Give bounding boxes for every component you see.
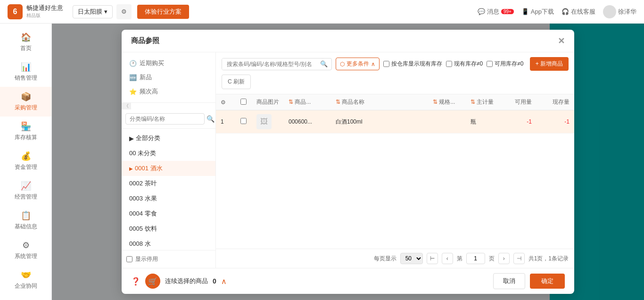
online-service-button[interactable]: 🎧 在线客服 — [561, 8, 595, 16]
sidebar-item-finance[interactable]: 💰 资金管理 — [0, 146, 51, 176]
col-header-code: ⇅ 商品... — [284, 94, 331, 110]
collapse-left-icon: 《 — [124, 103, 129, 109]
cart-collapse-button[interactable]: ∧ — [221, 277, 227, 286]
category-item-unclassified[interactable]: 00 未分类 — [122, 146, 215, 161]
total-info: 共1页，1条记录 — [528, 255, 569, 263]
category-search-button[interactable]: 🔍 — [206, 115, 215, 123]
modal-tabs: 🕐 近期购买 🆕 新品 ⭐ 频次高 — [122, 52, 215, 103]
star-icon: ⭐ — [129, 88, 137, 95]
table-settings-icon[interactable]: ⚙ — [221, 99, 226, 106]
main-layout: 🏠 首页 📊 销售管理 📦 采购管理 🏪 库存核算 💰 资金管理 📈 经营管理 … — [0, 24, 644, 300]
page-label: 第 — [457, 255, 462, 263]
sidebar-label-basic-info: 基础信息 — [15, 223, 37, 231]
available-filter-label[interactable]: 现有库存≠0 — [446, 60, 483, 68]
modal-footer: ❓ 🛒 连续选择的商品 0 ∧ 取消 确定 — [122, 268, 574, 294]
purchase-icon: 📦 — [21, 92, 31, 102]
page-last-button[interactable]: ⊣ — [513, 253, 525, 264]
row-checkbox[interactable] — [240, 118, 247, 124]
product-search-button[interactable]: 🔍 — [316, 60, 331, 67]
product-table-body: 1 🖼 000600... 白酒100ml — [216, 110, 574, 133]
modal-right-panel: 🔍 ⬡ 更多条件 ∧ 按仓库显示现有库存 — [216, 52, 574, 268]
expand-liquor-icon: ▶ — [129, 166, 133, 171]
sidebar-item-home[interactable]: 🏠 首页 — [0, 27, 51, 57]
product-thumbnail: 🖼 — [256, 114, 272, 129]
page-next-button[interactable]: › — [498, 253, 510, 264]
select-all-checkbox[interactable] — [240, 99, 247, 105]
user-avatar[interactable]: 徐泽华 — [603, 5, 636, 18]
help-icon[interactable]: ❓ — [131, 277, 140, 286]
more-filter-button[interactable]: ⬡ 更多条件 ∧ — [336, 58, 380, 70]
cart-button[interactable]: 🛒 — [145, 274, 160, 289]
tab-label-recent: 近期购买 — [140, 59, 164, 67]
sidebar-item-purchase[interactable]: 📦 采购管理 — [0, 87, 51, 117]
sort-icon-code: ⇅ — [289, 99, 293, 105]
add-product-button[interactable]: + 新增商品 — [530, 57, 569, 71]
category-item-snack[interactable]: 0004 零食 — [122, 206, 215, 221]
nav-selector[interactable]: 日太阳膜 ▾ — [73, 5, 113, 18]
sidebar-item-enterprise[interactable]: 🤝 企业协同 — [0, 265, 51, 295]
modal-close-button[interactable]: ✕ — [558, 37, 565, 45]
app-download-button[interactable]: 📱 App下载 — [521, 8, 554, 16]
sort-icon-unit: ⇅ — [471, 99, 475, 105]
col-label-name: 商品名称 — [342, 99, 364, 105]
sidebar-item-inventory[interactable]: 🏪 库存核算 — [0, 117, 51, 146]
tab-new-product[interactable]: 🆕 新品 — [125, 70, 212, 84]
sidebar-label-operations: 经营管理 — [15, 193, 37, 201]
sort-icon-spec: ⇅ — [433, 99, 438, 105]
category-label-water: 0008 水 — [129, 240, 151, 248]
sidebar-item-basic-info[interactable]: 📋 基础信息 — [0, 206, 51, 235]
available-filter-checkbox[interactable] — [446, 61, 452, 67]
refresh-button[interactable]: C 刷新 — [222, 75, 251, 89]
available-filter-text: 现有库存≠0 — [454, 60, 483, 68]
chevron-down-icon: ▾ — [104, 8, 107, 15]
category-item-fruit[interactable]: 0003 水果 — [122, 191, 215, 206]
category-item-all[interactable]: ▶ 全部分类 — [122, 131, 215, 146]
warehouse-filter-checkbox[interactable] — [383, 61, 389, 67]
category-label-tea: 0002 茶叶 — [129, 179, 157, 188]
sidebar-label-purchase: 采购管理 — [15, 104, 37, 112]
sidebar-label-enterprise: 企业协同 — [15, 282, 37, 290]
show-disabled-checkbox[interactable] — [126, 256, 132, 262]
tab-high-frequency[interactable]: ⭐ 频次高 — [125, 84, 212, 99]
filter-icon: ⬡ — [340, 61, 345, 67]
show-disabled-label[interactable]: 显示停用 — [135, 255, 158, 263]
product-table: ⚙ 商品图片 ⇅ 商品... — [216, 94, 574, 133]
page-prev-button[interactable]: ‹ — [442, 253, 453, 264]
usable-filter-checkbox[interactable] — [487, 61, 493, 67]
cancel-button[interactable]: 取消 — [493, 273, 525, 289]
category-item-liquor[interactable]: ▶ 0001 酒水 — [122, 161, 215, 176]
system-icon: ⚙ — [22, 240, 30, 250]
avatar — [603, 5, 616, 18]
cart-count-value: 0 — [213, 277, 216, 285]
clock-icon: 🕐 — [129, 60, 137, 67]
warehouse-filter-label[interactable]: 按仓库显示现有库存 — [383, 60, 442, 68]
table-row[interactable]: 1 🖼 000600... 白酒100ml — [216, 110, 574, 133]
gear-button[interactable]: ⚙ — [116, 4, 132, 19]
page-first-button[interactable]: ⊢ — [427, 253, 438, 264]
message-label: 消息 — [487, 8, 499, 16]
product-search-input[interactable] — [222, 58, 316, 70]
sort-icon-name: ⇅ — [336, 99, 340, 105]
chevron-up-icon: ∧ — [371, 61, 375, 67]
category-item-beverage[interactable]: 0005 饮料 — [122, 221, 215, 236]
logo-icon: 6 — [8, 4, 23, 19]
category-search-input[interactable] — [125, 113, 205, 125]
basic-info-icon: 📋 — [21, 210, 31, 221]
sidebar-item-sales[interactable]: 📊 销售管理 — [0, 57, 51, 87]
trial-button[interactable]: 体验行业方案 — [137, 5, 189, 19]
message-button[interactable]: 💬 消息 99+ — [478, 8, 514, 16]
sidebar-item-operations[interactable]: 📈 经营管理 — [0, 176, 51, 206]
page-number-input[interactable] — [466, 253, 485, 264]
per-page-select[interactable]: 50 — [400, 253, 423, 264]
filter-label: 更多条件 — [347, 60, 369, 68]
usable-filter-label[interactable]: 可用库存≠0 — [487, 60, 523, 68]
confirm-button[interactable]: 确定 — [530, 274, 565, 289]
collapse-left-button[interactable]: 《 — [122, 103, 131, 109]
sidebar-item-system[interactable]: ⚙ 系统管理 — [0, 235, 51, 265]
top-nav: 6 畅捷通好生意 精品版 日太阳膜 ▾ ⚙ 体验行业方案 💬 消息 99+ 📱 … — [0, 0, 644, 24]
sidebar-item-guide[interactable]: 📚 新手引导 — [0, 295, 51, 300]
tab-recent-purchase[interactable]: 🕐 近期购买 — [125, 56, 212, 70]
category-item-tea[interactable]: 0002 茶叶 — [122, 176, 215, 191]
sidebar-label-finance: 资金管理 — [15, 163, 37, 171]
category-item-water[interactable]: 0008 水 — [122, 236, 215, 250]
